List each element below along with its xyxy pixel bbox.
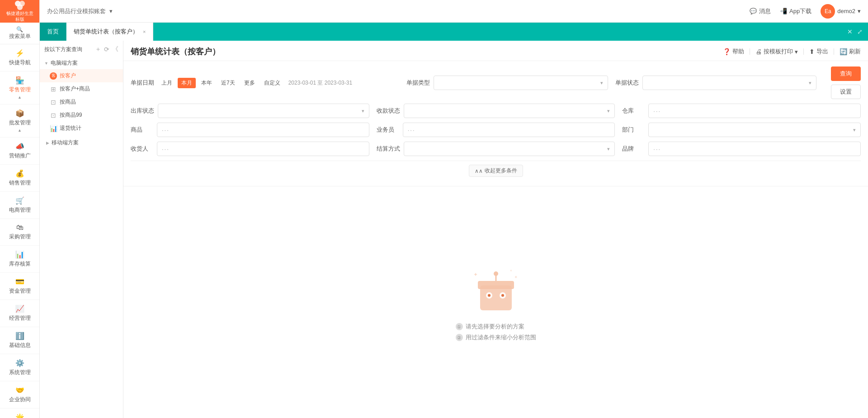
scheme-group-pc-header[interactable]: ▼ 电脑端方案: [40, 57, 123, 69]
collapse-button[interactable]: ∧∧ 收起更多条件: [469, 165, 523, 177]
order-type-label: 单据类型: [406, 79, 430, 87]
refresh-scheme-button[interactable]: ⟳: [104, 46, 109, 53]
svg-point-8: [501, 294, 504, 297]
sidebar-item-retail[interactable]: 🏪 零售管理 ▲: [0, 71, 39, 104]
divider3: [834, 48, 834, 55]
app-name: 畅捷通好生意: [6, 11, 33, 16]
shortcut-nav[interactable]: ⚡ 快捷导航: [0, 44, 39, 71]
warehouse-control[interactable]: ···: [648, 104, 861, 118]
search-menu[interactable]: 🔍 搜索菜单: [0, 23, 39, 44]
date-tab-last-month[interactable]: 上月: [158, 78, 176, 88]
restore-button[interactable]: ✕: [847, 28, 853, 35]
filter-product: 商品 ···: [131, 123, 369, 137]
product-control[interactable]: ···: [157, 123, 369, 137]
sidebar-item-sales[interactable]: 💰 销售管理: [0, 165, 39, 192]
filter-area: 单据日期 上月 本月 本年 近7天 更多 自定义 2023-03-01 至 20…: [123, 61, 868, 186]
sidebar-item-basic[interactable]: ℹ️ 基础信息: [0, 327, 39, 354]
top-header: 办公用品行业模拟账套 ▾ 💬 消息 📲 App下载 Ea demo2 ▾: [40, 0, 868, 23]
brand-label: 品牌: [622, 145, 645, 153]
filter-salesperson: 业务员 ···: [377, 123, 615, 137]
empty-state-text: ① 请先选择要分析的方案 ② 用过滤条件来缩小分析范围: [456, 323, 536, 342]
scheme-item-by-product-99[interactable]: ⊡ 按商品99: [40, 109, 123, 122]
template-print-dropdown[interactable]: ▾: [795, 48, 798, 55]
divider2: [803, 48, 804, 55]
salesperson-dots: ···: [408, 127, 415, 133]
ship-status-label: 出库状态: [131, 107, 154, 115]
download-icon: 📲: [780, 8, 787, 14]
salesperson-control[interactable]: ···: [403, 123, 615, 137]
add-scheme-button[interactable]: ＋: [95, 45, 101, 53]
scheme-group-mobile-header[interactable]: ▶ 移动端方案: [40, 137, 123, 149]
maximize-button[interactable]: ⤢: [857, 28, 863, 35]
scheme-item-by-customer[interactable]: 客 按客户: [40, 69, 123, 82]
consignee-control[interactable]: ···: [157, 142, 369, 156]
order-type-control[interactable]: ▾: [434, 76, 608, 90]
mobile-group-label: 移动端方案: [52, 139, 79, 147]
content-area: 按以下方案查询 ＋ ⟳ 《 ▼ 电脑端方案 客 按客户 ⊞: [40, 41, 868, 418]
refresh-button[interactable]: 🔄 刷新: [840, 48, 861, 56]
scheme-item-by-customer-product[interactable]: ⊞ 按客户+商品: [40, 82, 123, 95]
scheme-item-by-product[interactable]: ⊡ 按商品: [40, 95, 123, 109]
filter-order-type: 单据类型 ▾: [406, 76, 608, 90]
header-left: 办公用品行业模拟账套 ▾: [47, 7, 113, 15]
sidebar-item-enterprise[interactable]: 🤝 企业协同: [0, 381, 39, 408]
sidebar-item-marketing[interactable]: 📣 营销推广: [0, 138, 39, 165]
template-print-button[interactable]: 🖨 按模板打印 ▾: [755, 48, 798, 56]
brand-control[interactable]: ···: [648, 142, 861, 156]
product-label: 商品: [131, 126, 153, 134]
help-button[interactable]: ❓ 帮助: [723, 48, 744, 56]
sidebar-item-finance[interactable]: 💳 资金管理: [0, 273, 39, 300]
sidebar-item-newbie[interactable]: 🌟 新手引导: [0, 408, 39, 418]
department-control[interactable]: ▾: [648, 123, 861, 137]
help-icon: ❓: [723, 48, 731, 55]
date-tab-this-year[interactable]: 本年: [198, 78, 216, 88]
svg-rect-3: [480, 285, 512, 310]
consignee-dots: ···: [162, 146, 170, 152]
settings-button[interactable]: 设置: [831, 85, 861, 99]
order-status-control[interactable]: ▾: [642, 76, 817, 90]
sidebar-item-operation[interactable]: 📈 经营管理: [0, 300, 39, 327]
message-icon: 💬: [750, 8, 757, 14]
ship-status-control[interactable]: ▾: [158, 104, 369, 118]
date-tab-more[interactable]: 更多: [241, 78, 259, 88]
payment-status-control[interactable]: ▾: [404, 104, 615, 118]
filter-row-4: 收货人 ··· 结算方式 ▾ 品牌: [131, 142, 861, 156]
sidebar-item-system[interactable]: ⚙️ 系统管理: [0, 354, 39, 381]
app-download-button[interactable]: 📲 App下载: [780, 7, 811, 15]
sidebar-item-inventory[interactable]: 📊 库存核算: [0, 246, 39, 273]
mobile-group-triangle: ▶: [46, 141, 49, 145]
tab-home[interactable]: 首页: [40, 23, 66, 41]
settlement-control[interactable]: ▾: [404, 142, 615, 156]
filter-warehouse: 仓库 ···: [622, 104, 861, 118]
scheme-panel-actions: ＋ ⟳ 《: [95, 45, 118, 53]
sidebar-item-wholesale[interactable]: 📦 批发管理 ▲: [0, 104, 39, 138]
collapse-panel-button[interactable]: 《: [112, 45, 118, 53]
active-tab-label: 销货单统计表（按客户）: [74, 28, 138, 36]
department-arrow: ▾: [853, 127, 856, 133]
search-menu-label: 搜索菜单: [3, 33, 37, 40]
svg-text:✦: ✦: [473, 271, 478, 278]
message-button[interactable]: 💬 消息: [750, 7, 771, 15]
right-content: 销货单统计表（按客户） ❓ 帮助 🖨 按模板打印 ▾ ⬆: [123, 41, 868, 418]
filter-row-1: 单据日期 上月 本月 本年 近7天 更多 自定义 2023-03-01 至 20…: [131, 66, 861, 99]
brand-dots: ···: [653, 146, 661, 152]
date-tab-7days[interactable]: 近7天: [217, 78, 239, 88]
scheme-item-return-stats[interactable]: 📊 退货统计: [40, 122, 123, 135]
avatar: Ea: [821, 4, 835, 19]
query-button[interactable]: 查询: [831, 66, 861, 81]
sidebar-item-ecommerce[interactable]: 🛒 电商管理: [0, 192, 39, 219]
user-menu[interactable]: Ea demo2 ▾: [821, 4, 861, 19]
svg-rect-4: [478, 281, 514, 289]
industry-dropdown-arrow[interactable]: ▾: [109, 8, 113, 14]
user-dropdown-arrow: ▾: [858, 8, 861, 14]
hint-2: ② 用过滤条件来缩小分析范围: [456, 333, 536, 342]
date-tab-this-month[interactable]: 本月: [178, 78, 196, 88]
filter-payment-status: 收款状态 ▾: [377, 104, 615, 118]
export-button[interactable]: ⬆ 导出: [809, 48, 828, 56]
svg-text:✦: ✦: [514, 275, 518, 280]
sidebar-item-purchase[interactable]: 🛍 采购管理: [0, 219, 39, 246]
date-tab-custom[interactable]: 自定义: [260, 78, 284, 88]
tab-sales-stats[interactable]: 销货单统计表（按客户） ×: [66, 23, 153, 41]
tab-close-button[interactable]: ×: [143, 29, 146, 34]
ship-status-arrow: ▾: [362, 108, 364, 114]
